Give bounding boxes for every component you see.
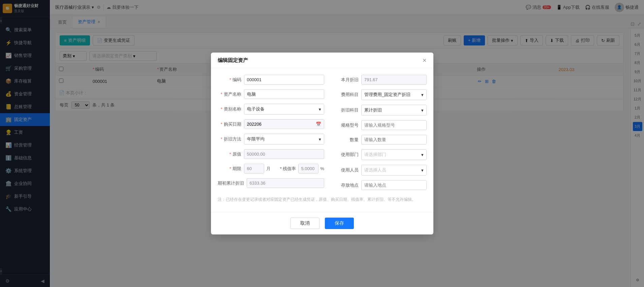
form-right: 本月折旧 费用科目 管理费用_固定资产折旧 ▾ (335, 75, 426, 190)
dialog-close-icon[interactable]: ✕ (422, 57, 427, 64)
period-acc-dep-label: 期初累计折旧 (218, 180, 244, 186)
cancel-button[interactable]: 取消 (290, 218, 319, 229)
purchase-date-field: 📅 (244, 119, 325, 129)
field-dep-account: 折旧科目 累计折旧 ▾ (335, 105, 426, 116)
quantity-label: 数量 (335, 137, 359, 143)
period-acc-dep-input[interactable] (247, 178, 325, 188)
field-original-value: * 原值 (218, 149, 325, 159)
calendar-icon[interactable]: 📅 (313, 120, 324, 129)
field-quantity: 数量 (335, 135, 426, 145)
residual-rate-unit: % (320, 166, 325, 171)
category-select[interactable]: 电子设备 ▾ (244, 104, 325, 115)
dep-method-label: * 折旧方法 (218, 136, 241, 142)
field-location: 存放地点 (335, 180, 426, 190)
original-value-label: * 原值 (218, 151, 241, 157)
purchase-date-label: * 购买日期 (218, 121, 241, 127)
code-label: * 编码 (218, 77, 241, 83)
dialog-overlay: 编辑固定资产 ✕ * 编码 * (0, 0, 644, 287)
chevron-down-icon: ▾ (421, 152, 424, 157)
department-placeholder: 请选择部门 (364, 152, 386, 158)
expense-account-value: 管理费用_固定资产折旧 (364, 92, 410, 98)
field-spec: 规格型号 (335, 120, 426, 130)
dep-account-label: 折旧科目 (335, 107, 359, 113)
save-button[interactable]: 保存 (325, 218, 354, 229)
user-select[interactable]: 请选择人员 ▾ (361, 165, 426, 176)
chevron-down-icon: ▾ (319, 107, 321, 112)
field-department: 使用部门 请选择部门 ▾ (335, 149, 426, 160)
quantity-input[interactable] (361, 135, 426, 145)
monthly-dep-label: 本月折旧 (335, 77, 359, 83)
location-input[interactable] (361, 180, 426, 190)
field-code: * 编码 (218, 75, 325, 85)
user-placeholder: 请选择人员 (364, 167, 386, 173)
field-category: * 类别名称 电子设备 ▾ (218, 104, 325, 115)
edit-dialog: 编辑固定资产 ✕ * 编码 * (211, 53, 433, 234)
dialog-title: 编辑固定资产 (218, 57, 248, 64)
location-label: 存放地点 (335, 182, 359, 188)
field-user: 使用人员 请选择人员 ▾ (335, 165, 426, 176)
field-purchase-date: * 购买日期 📅 (218, 119, 325, 129)
field-depreciation-method: * 折旧方法 年限平均 ▾ (218, 134, 325, 145)
chevron-down-icon: ▾ (421, 108, 424, 113)
department-label: 使用部门 (335, 152, 359, 158)
category-label: * 类别名称 (218, 106, 241, 112)
period-input[interactable] (244, 164, 264, 173)
chevron-down-icon: ▾ (421, 168, 424, 173)
period-unit: 月 (266, 166, 271, 172)
field-monthly-dep: 本月折旧 (335, 75, 426, 85)
chevron-down-icon: ▾ (421, 92, 424, 97)
original-value-input[interactable] (244, 149, 325, 159)
residual-rate-input[interactable] (298, 164, 318, 173)
expense-account-select[interactable]: 管理费用_固定资产折旧 ▾ (361, 89, 426, 100)
period-inline: 月 * 残值率 % (244, 164, 325, 173)
dialog-footer: 取消 保存 (211, 212, 433, 234)
form-grid: * 编码 * 资产名称 * (218, 75, 427, 190)
dep-method-value: 年限平均 (247, 136, 265, 142)
department-select[interactable]: 请选择部门 ▾ (361, 149, 426, 160)
code-input[interactable] (244, 75, 325, 85)
purchase-date-input[interactable] (244, 120, 313, 129)
dep-method-select[interactable]: 年限平均 ▾ (244, 134, 325, 145)
dialog-note: 注：已经存在变更记录或者对应固定资产已经生成凭证，原值、购买日期、残值率、累计折… (218, 194, 427, 205)
monthly-dep-input[interactable] (361, 75, 426, 85)
spec-label: 规格型号 (335, 122, 359, 128)
field-asset-name: * 资产名称 (218, 89, 325, 99)
spec-input[interactable] (361, 120, 426, 130)
user-label: 使用人员 (335, 167, 359, 173)
field-expense-account: 费用科目 管理费用_固定资产折旧 ▾ (335, 89, 426, 100)
field-period: * 期限 月 * 残值率 % (218, 164, 325, 173)
chevron-down-icon: ▾ (319, 137, 321, 142)
asset-name-input[interactable] (244, 89, 325, 99)
expense-account-label: 费用科目 (335, 92, 359, 98)
category-value: 电子设备 (247, 106, 265, 112)
period-label-text: * 期限 (218, 166, 241, 172)
residual-rate-label: * 残值率 (273, 166, 296, 172)
dialog-header: 编辑固定资产 ✕ (211, 53, 433, 68)
dep-account-value: 累计折旧 (364, 107, 382, 113)
form-left: * 编码 * 资产名称 * (218, 75, 325, 190)
field-period-acc-dep: 期初累计折旧 (218, 178, 325, 188)
asset-name-label: * 资产名称 (218, 91, 241, 97)
dialog-body: * 编码 * 资产名称 * (211, 68, 433, 212)
dep-account-select[interactable]: 累计折旧 ▾ (361, 105, 426, 116)
